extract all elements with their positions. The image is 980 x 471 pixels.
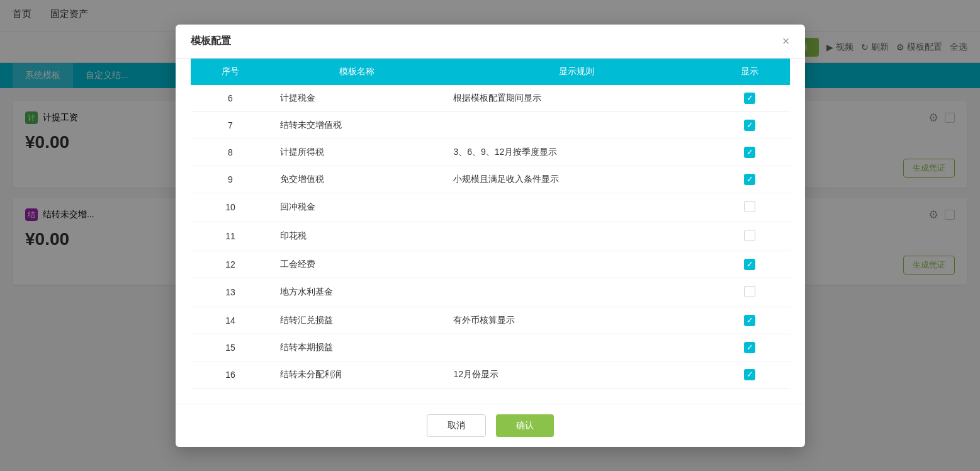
cell-seq-3: 9: [191, 166, 271, 193]
cell-rule-7: [443, 278, 709, 307]
cell-rule-6: [443, 251, 709, 278]
cell-seq-5: 11: [191, 222, 271, 251]
checkbox-0[interactable]: ✓: [744, 93, 755, 104]
cell-rule-9: [443, 334, 709, 361]
cell-check-6: ✓: [710, 251, 790, 278]
cell-name-1: 结转未交增值税: [270, 111, 443, 139]
modal-overlay: 模板配置 × 序号 模板名称 显示规则 显示 6计提税金根据模板配置期间显示✓7…: [0, 0, 980, 471]
modal-header: 模板配置 ×: [176, 25, 805, 59]
confirm-button[interactable]: 确认: [496, 414, 554, 437]
cell-rule-0: 根据模板配置期间显示: [443, 85, 709, 112]
table-row: 15结转本期损益✓: [191, 334, 790, 361]
col-header-rule: 显示规则: [443, 59, 709, 85]
checkbox-9[interactable]: ✓: [744, 342, 755, 353]
cell-rule-3: 小规模且满足收入条件显示: [443, 166, 709, 193]
cell-name-2: 计提所得税: [270, 139, 443, 166]
cell-seq-9: 15: [191, 334, 271, 361]
col-header-name: 模板名称: [270, 59, 443, 85]
checkbox-3[interactable]: ✓: [744, 174, 755, 185]
cell-rule-2: 3、6、9、12月按季度显示: [443, 139, 709, 166]
table-row: 9免交增值税小规模且满足收入条件显示✓: [191, 166, 790, 193]
table-row: 10回冲税金: [191, 193, 790, 222]
modal-body: 序号 模板名称 显示规则 显示 6计提税金根据模板配置期间显示✓7结转未交增值税…: [176, 59, 805, 404]
cell-check-7: [710, 278, 790, 307]
table-row: 12工会经费✓: [191, 251, 790, 278]
cell-seq-7: 13: [191, 278, 271, 307]
cell-name-6: 工会经费: [270, 251, 443, 278]
cell-name-8: 结转汇兑损益: [270, 307, 443, 334]
cell-name-3: 免交增值税: [270, 166, 443, 193]
cell-seq-8: 14: [191, 307, 271, 334]
checkbox-10[interactable]: ✓: [744, 369, 755, 380]
modal-template-config: 模板配置 × 序号 模板名称 显示规则 显示 6计提税金根据模板配置期间显示✓7…: [176, 25, 805, 447]
cell-check-5: [710, 222, 790, 251]
table-row: 8计提所得税3、6、9、12月按季度显示✓: [191, 139, 790, 166]
cell-check-2: ✓: [710, 139, 790, 166]
checkbox-2[interactable]: ✓: [744, 147, 755, 158]
cell-seq-1: 7: [191, 111, 271, 139]
modal-footer: 取消 确认: [176, 404, 805, 447]
cell-check-0: ✓: [710, 85, 790, 112]
cell-name-7: 地方水利基金: [270, 278, 443, 307]
cell-name-0: 计提税金: [270, 85, 443, 112]
table-row: 14结转汇兑损益有外币核算显示✓: [191, 307, 790, 334]
checkbox-6[interactable]: ✓: [744, 259, 755, 270]
col-header-display: 显示: [710, 59, 790, 85]
config-table: 序号 模板名称 显示规则 显示 6计提税金根据模板配置期间显示✓7结转未交增值税…: [191, 59, 790, 389]
modal-close-button[interactable]: ×: [782, 35, 790, 47]
cell-check-9: ✓: [710, 334, 790, 361]
cell-rule-8: 有外币核算显示: [443, 307, 709, 334]
cell-name-5: 印花税: [270, 222, 443, 251]
cell-seq-0: 6: [191, 85, 271, 112]
table-body: 6计提税金根据模板配置期间显示✓7结转未交增值税✓8计提所得税3、6、9、12月…: [191, 85, 790, 389]
cell-check-3: ✓: [710, 166, 790, 193]
checkbox-8[interactable]: ✓: [744, 315, 755, 326]
cell-seq-2: 8: [191, 139, 271, 166]
cell-seq-6: 12: [191, 251, 271, 278]
checkbox-4[interactable]: [744, 201, 755, 212]
cell-name-10: 结转未分配利润: [270, 361, 443, 388]
cell-check-10: ✓: [710, 361, 790, 388]
checkbox-1[interactable]: ✓: [744, 120, 755, 131]
cell-rule-1: [443, 111, 709, 139]
cell-rule-10: 12月份显示: [443, 361, 709, 388]
cell-name-4: 回冲税金: [270, 193, 443, 222]
cell-seq-10: 16: [191, 361, 271, 388]
modal-title: 模板配置: [191, 35, 231, 48]
checkbox-5[interactable]: [744, 230, 755, 241]
table-header: 序号 模板名称 显示规则 显示: [191, 59, 790, 85]
cell-rule-5: [443, 222, 709, 251]
table-row: 11印花税: [191, 222, 790, 251]
cancel-button[interactable]: 取消: [427, 414, 486, 437]
table-row: 7结转未交增值税✓: [191, 111, 790, 139]
cell-rule-4: [443, 193, 709, 222]
cell-name-9: 结转本期损益: [270, 334, 443, 361]
table-row: 13地方水利基金: [191, 278, 790, 307]
table-row: 6计提税金根据模板配置期间显示✓: [191, 85, 790, 112]
cell-check-1: ✓: [710, 111, 790, 139]
table-row: 16结转未分配利润12月份显示✓: [191, 361, 790, 388]
checkbox-7[interactable]: [744, 286, 755, 297]
col-header-seq: 序号: [191, 59, 271, 85]
cell-check-4: [710, 193, 790, 222]
cell-seq-4: 10: [191, 193, 271, 222]
cell-check-8: ✓: [710, 307, 790, 334]
